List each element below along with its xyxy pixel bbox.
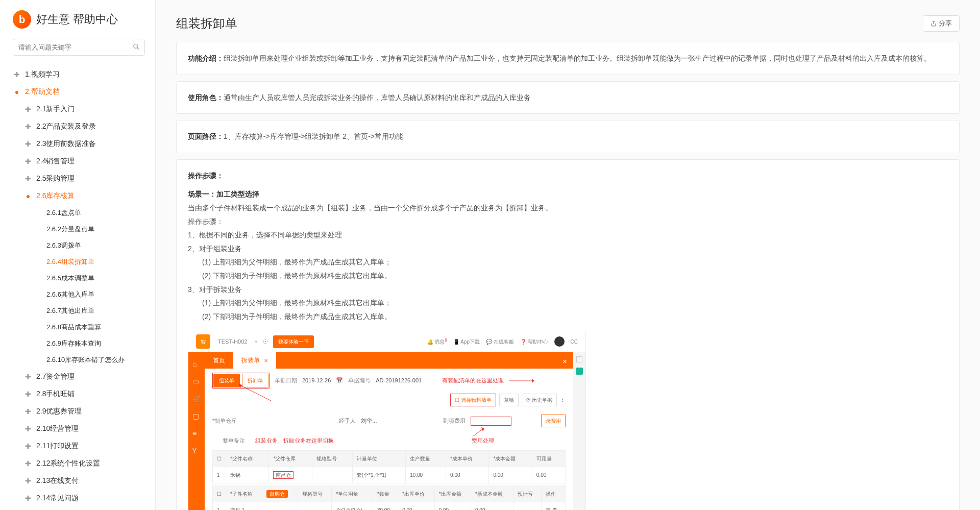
view-link[interactable]: 查 看 (542, 502, 566, 510)
nav-2-6[interactable]: ●2.6库存核算 (24, 187, 145, 205)
svg-point-0 (134, 44, 138, 48)
expand-icon[interactable] (576, 368, 583, 375)
ss-fee-label: 到项费用 (443, 416, 465, 426)
nav-2-6-4[interactable]: 2.6.4组装拆卸单 (46, 254, 145, 270)
nav-2-6-3[interactable]: 2.6.3调拨单 (46, 237, 145, 254)
nav-2-10[interactable]: ✚2.10经营管理 (24, 420, 145, 438)
svg-marker-4 (532, 379, 534, 383)
ss-draft-btn[interactable]: 草稿 (499, 394, 519, 406)
nav-2-6-10[interactable]: 2.6.10库存账本错了怎么办 (46, 352, 145, 368)
nav-2-7[interactable]: ✚2.7资金管理 (24, 368, 145, 385)
nav-2-6-2[interactable]: 2.6.2分量盘点单 (46, 221, 145, 237)
ss-maker-input[interactable] (242, 417, 293, 425)
close-all-icon[interactable]: ✕ (556, 352, 573, 369)
nav-label: 2.4销售管理 (36, 157, 75, 166)
table-row[interactable]: 1 米锅 南昌仓 套(个*1,个*1) 10.00 0.00 0.00 0.00 (213, 467, 566, 483)
ss-more-icon[interactable]: ⋮ (560, 395, 566, 405)
nav-2-14[interactable]: ✚2.14常见问题 (24, 490, 145, 507)
ss-date-value: 2019-12-26 (302, 375, 331, 386)
nav-2-6-9[interactable]: 2.6.9库存账本查询 (46, 335, 145, 352)
plus-icon: ✚ (24, 494, 32, 502)
ss-service-link[interactable]: 💬 在线客服 (486, 337, 514, 347)
th-new-cost: *新成本金额 (471, 486, 513, 502)
page-title: 组装拆卸单 (176, 15, 237, 32)
close-icon[interactable]: ✕ (264, 356, 268, 366)
ss-radio-assemble[interactable]: 组装单 (213, 374, 240, 387)
nav-label: 2.8手机旺铺 (36, 390, 75, 399)
ss-radio-disassemble[interactable]: 拆卸单 (242, 374, 268, 387)
plus-icon: ✚ (24, 459, 32, 468)
th-qty: *数量 (373, 486, 398, 502)
role-box: 使用角色：通常由生产人员或库管人员完成拆装业务的操作，库管人员确认原材料的出库和… (176, 81, 960, 114)
intro-box: 功能介绍：组装拆卸单用来处理企业组装或拆卸等加工业务，支持有固定装配清单的产品加… (176, 42, 960, 75)
ss-fee-input[interactable] (471, 417, 511, 426)
nav-label: 2.6.1盘点单 (46, 208, 81, 217)
steps-title: 操作步骤： (188, 169, 948, 183)
box-icon[interactable]: ▢ (192, 409, 201, 418)
ss-remark-label: 整单备注 (223, 435, 245, 446)
nav-2-9[interactable]: ✚2.9优惠券管理 (24, 403, 145, 420)
ss-avatar-icon[interactable] (554, 336, 565, 347)
nav-2-15[interactable]: ✚2.15操作案例 (24, 507, 145, 510)
ss-history-btn[interactable]: ⟳ 历史单据 (522, 394, 557, 406)
home-icon[interactable]: ⌂ (192, 357, 201, 366)
cart-icon[interactable]: 🛒 (192, 392, 201, 400)
nav-label: 2.5采购管理 (36, 174, 75, 183)
nav-help-docs[interactable]: ● 2.帮助文档 (13, 83, 145, 101)
ss-tab-doc[interactable]: 拆装单✕ (233, 352, 276, 369)
ss-help-link[interactable]: ❓ 帮助中心 (520, 337, 548, 347)
svg-line-1 (137, 47, 139, 50)
sidebar: b 好生意 帮助中心 ✚ 1.视频学习 ● 2.帮助文档 ✚2.1新手入门 ✚2… (0, 0, 156, 510)
calendar-icon[interactable]: 📅 (336, 375, 343, 386)
nav-2-3[interactable]: ✚2.3使用前数据准备 (24, 135, 145, 153)
nav-2-4[interactable]: ✚2.4销售管理 (24, 153, 145, 170)
nav-2-13[interactable]: ✚2.13在线支付 (24, 472, 145, 490)
tool-icon[interactable] (576, 356, 582, 362)
role-label: 使用角色： (188, 93, 224, 102)
ss-select-material-btn[interactable]: ☐ 选择物料清单 (450, 394, 496, 406)
nav-2-6-5[interactable]: 2.6.5成本调整单 (46, 270, 145, 286)
nav-2-11[interactable]: ✚2.11打印设置 (24, 438, 145, 455)
search-input[interactable] (13, 39, 145, 56)
th-child-spec: 规格型号 (298, 486, 332, 502)
nav-2-6-1[interactable]: 2.6.1盘点单 (46, 205, 145, 221)
scene-title: 场景一：加工类型选择 (188, 187, 948, 201)
nav-2-12[interactable]: ✚2.12系统个性化设置 (24, 455, 145, 472)
nav-label: 2.6.7其他出库单 (46, 306, 94, 315)
doc-icon[interactable]: ▭ (192, 375, 201, 383)
ss-body: 首页 拆装单✕ ✕ 组装单 拆卸单 单据日期 2019-12-26 📅 (205, 352, 573, 510)
logo-text: 好生意 帮助中心 (36, 12, 118, 27)
nav-label: 2.11打印设置 (36, 442, 79, 451)
th-out-price: *出库单价 (398, 486, 434, 502)
th-cost-amt: *成本金额 (489, 451, 532, 467)
ss-tab-home[interactable]: 首页 (205, 352, 233, 369)
nav-2-6-7[interactable]: 2.6.7其他出库单 (46, 303, 145, 319)
ss-username: CC (571, 337, 578, 347)
nav-label: 2.6.5成本调整单 (46, 274, 94, 283)
ss-left-nav: ⌂ ▭ 🛒 ▢ ≡ ¥ (188, 352, 205, 510)
list-icon[interactable]: ≡ (192, 427, 201, 435)
nav-label: 2.2产品安装及登录 (36, 122, 96, 131)
embedded-screenshot: 智 TEST-H002 ▾ ☉ 我要体验一下 🔔 消息9 📱 App下载 💬 在… (188, 331, 586, 510)
nav-2-2[interactable]: ✚2.2产品安装及登录 (24, 118, 145, 135)
ss-msg-icon[interactable]: 🔔 消息9 (427, 336, 447, 347)
nav-2-5[interactable]: ✚2.5采购管理 (24, 170, 145, 187)
ss-fee-btn[interactable]: 录费用 (541, 415, 566, 427)
search-icon[interactable] (133, 43, 140, 52)
nav-2-8[interactable]: ✚2.8手机旺铺 (24, 385, 145, 403)
nav-2-6-6[interactable]: 2.6.6其他入库单 (46, 286, 145, 303)
table-row[interactable]: 1商品 1 个(1个*1个) 30.00 0.00 0.00 0.00 查 看 (213, 502, 566, 510)
th-cost-price: *成本单价 (446, 451, 489, 467)
th-out-amt: *出库金额 (434, 486, 471, 502)
nav-video[interactable]: ✚ 1.视频学习 (13, 66, 145, 83)
share-button[interactable]: 分享 (923, 15, 960, 32)
ss-app-link[interactable]: 📱 App下载 (453, 337, 480, 347)
nav-2-6-8[interactable]: 2.6.8商品成本重算 (46, 319, 145, 335)
intro-label: 功能介绍： (188, 54, 224, 62)
money-icon[interactable]: ¥ (192, 444, 201, 452)
role-text: 通常由生产人员或库管人员完成拆装业务的操作，库管人员确认原材料的出库和产成品的入… (224, 93, 531, 102)
nav-2-1[interactable]: ✚2.1新手入门 (24, 101, 145, 118)
ss-docno-label: 单据编号 (348, 375, 371, 386)
ss-experience-btn[interactable]: 我要体验一下 (273, 335, 314, 348)
logo-icon: b (13, 10, 31, 29)
